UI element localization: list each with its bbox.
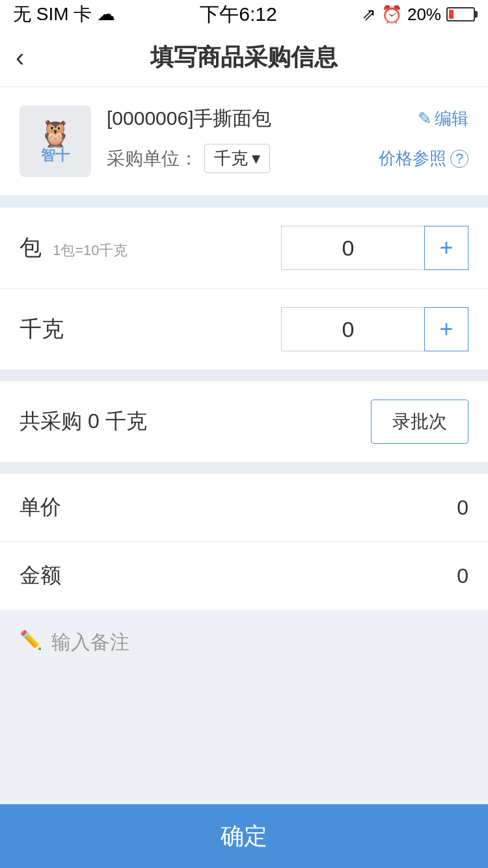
pencil-icon: ✏️: [20, 629, 42, 651]
price-reference-button[interactable]: 价格参照 ?: [379, 147, 468, 170]
product-thumbnail: 🦉 智十: [20, 105, 91, 177]
qty-label-kg: 千克: [20, 314, 64, 344]
qty-plus-bao[interactable]: +: [424, 226, 468, 270]
amount-value: 0: [457, 564, 468, 588]
info-section: 单价 0 金额 0: [0, 474, 488, 610]
qty-control-kg: +: [281, 307, 468, 351]
separator-2: [0, 370, 488, 381]
product-info: [0000006]手撕面包 ✎ 编辑 采购单位： 千克 ▾ 价格参照 ?: [107, 105, 468, 173]
edit-label: 编辑: [435, 107, 468, 130]
price-label: 单价: [20, 493, 61, 522]
quantity-section: 包 1包=10千克 + 千克 +: [0, 208, 488, 370]
product-card: 🦉 智十 [0000006]手撕面包 ✎ 编辑 采购单位： 千克 ▾ 价格参照 …: [0, 87, 488, 196]
nav-bar: ‹ 填写商品采购信息: [0, 29, 488, 87]
qty-row-kg: 千克 +: [0, 289, 488, 370]
status-time: 下午6:12: [200, 1, 277, 28]
status-left: 无 SIM 卡 ☁: [13, 2, 115, 27]
unit-label: 采购单位：: [107, 146, 198, 171]
location-icon: ⇗: [362, 5, 376, 25]
qty-control-bao: +: [281, 226, 468, 270]
back-button[interactable]: ‹: [16, 43, 24, 72]
unit-dropdown[interactable]: 千克 ▾: [204, 144, 270, 173]
separator-1: [0, 196, 488, 208]
unit-row: 采购单位： 千克 ▾ 价格参照 ?: [107, 144, 468, 173]
alarm-icon: ⏰: [381, 5, 402, 25]
edit-button[interactable]: ✎ 编辑: [418, 107, 468, 130]
amount-row: 金额 0: [0, 542, 488, 610]
total-amount-value: 0: [88, 409, 100, 433]
product-logo: 🦉 智十: [39, 119, 72, 163]
unit-section: 采购单位： 千克 ▾: [107, 144, 270, 173]
qty-sub-bao: 1包=10千克: [53, 242, 128, 258]
note-section[interactable]: ✏️ 输入备注: [0, 610, 488, 727]
total-text: 共采购 0 千克: [20, 407, 147, 436]
product-name-row: [0000006]手撕面包 ✎ 编辑: [107, 105, 468, 132]
qty-plus-kg[interactable]: +: [424, 307, 468, 351]
qty-unit-kg: 千克: [20, 316, 64, 341]
status-bar: 无 SIM 卡 ☁ 下午6:12 ⇗ ⏰ 20%: [0, 0, 488, 29]
unit-value: 千克: [214, 147, 248, 170]
status-right: ⇗ ⏰ 20%: [362, 5, 475, 25]
edit-icon: ✎: [418, 109, 432, 129]
sim-label: 无 SIM 卡 ☁: [13, 2, 115, 27]
dropdown-arrow-icon: ▾: [252, 148, 260, 169]
batch-button[interactable]: 录批次: [371, 400, 468, 444]
page-title: 填写商品采购信息: [150, 42, 338, 74]
qty-unit-bao: 包: [20, 235, 42, 260]
qty-input-bao[interactable]: [281, 226, 424, 270]
confirm-button[interactable]: 确定: [0, 804, 488, 868]
price-ref-label: 价格参照: [379, 147, 446, 170]
total-label: 共采购: [20, 409, 82, 433]
total-unit: 千克: [105, 409, 147, 433]
note-placeholder: 输入备注: [51, 629, 129, 656]
battery-percent: 20%: [407, 5, 441, 25]
total-row: 共采购 0 千克 录批次: [0, 381, 488, 462]
separator-3: [0, 462, 488, 474]
price-value: 0: [457, 496, 468, 520]
amount-label: 金额: [20, 562, 61, 590]
qty-row-bao: 包 1包=10千克 +: [0, 208, 488, 289]
product-full-name: [0000006]手撕面包: [107, 105, 271, 132]
price-row: 单价 0: [0, 474, 488, 542]
help-icon: ?: [450, 150, 468, 168]
qty-label-bao: 包 1包=10千克: [20, 233, 128, 263]
battery-icon: [446, 7, 475, 21]
qty-input-kg[interactable]: [281, 307, 424, 351]
